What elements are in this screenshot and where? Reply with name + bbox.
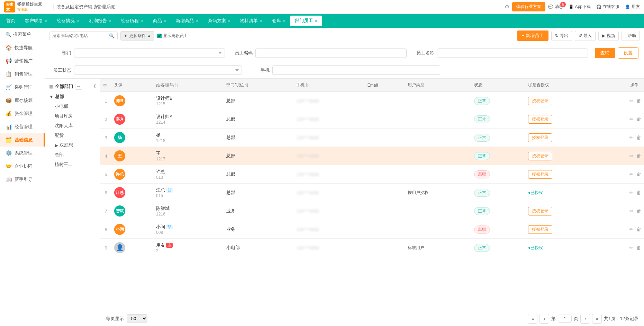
dept-tree-item-root[interactable]: ▼ 总部: [45, 92, 100, 102]
edit-button[interactable]: ✏: [629, 116, 634, 122]
tab-home[interactable]: 首页: [1, 16, 20, 26]
tab-customer[interactable]: 客户联络×: [20, 16, 52, 26]
delete-button[interactable]: 🗑: [636, 227, 641, 232]
import-button[interactable]: ↺ 导入: [575, 31, 596, 41]
th-name[interactable]: 姓名/编码 ⇅: [153, 79, 224, 92]
th-settings[interactable]: ⚙: [100, 79, 111, 92]
app-download-action[interactable]: 📱 App下载: [569, 4, 591, 10]
auth-login-button[interactable]: 授权登录: [528, 115, 552, 124]
delete-button[interactable]: 🗑: [636, 171, 641, 177]
dept-tree-item-xiaodibu[interactable]: ▼ 总部 小电部: [45, 102, 100, 111]
sidebar-item-basics[interactable]: 🗂️ 基础信息: [0, 133, 45, 147]
close-icon[interactable]: ×: [45, 19, 47, 23]
first-page-button[interactable]: «: [528, 314, 537, 324]
edit-button[interactable]: ✏: [629, 245, 634, 250]
tab-history[interactable]: 经营历程×: [116, 16, 148, 26]
dept-tree-item-shenyang[interactable]: 沈阳大库: [45, 121, 100, 131]
dept-tree-item-project[interactable]: 项目库房: [45, 111, 100, 121]
edit-button[interactable]: ✏: [629, 227, 634, 232]
sidebar-item-sales[interactable]: 📋 销售管理: [0, 68, 45, 81]
tab-department-staff[interactable]: 部门员工×: [290, 16, 322, 26]
delete-button[interactable]: 🗑: [636, 116, 641, 122]
delete-button[interactable]: 🗑: [636, 245, 641, 250]
close-icon[interactable]: ×: [141, 19, 143, 23]
close-icon[interactable]: ×: [283, 19, 285, 23]
dept-tree-item-zongbu[interactable]: 总部: [45, 150, 100, 160]
user-action[interactable]: 👤 用友: [625, 4, 640, 10]
all-dept-label[interactable]: 全部部门: [55, 83, 73, 90]
help-button[interactable]: | 帮助: [622, 31, 640, 41]
emp-code-input[interactable]: [255, 49, 406, 58]
view-button[interactable]: ▶ 视频: [598, 31, 619, 41]
show-resigned-checkbox[interactable]: [157, 34, 162, 38]
tab-bom[interactable]: 物料清单×: [235, 16, 267, 26]
delete-button[interactable]: 🗑: [636, 153, 641, 159]
show-resigned-label[interactable]: 显示离职员工: [157, 33, 188, 39]
tab-add-goods[interactable]: 新增商品×: [171, 16, 203, 26]
tab-profit[interactable]: 利润报告×: [84, 16, 116, 26]
sidebar-item-marketing[interactable]: 📢 营销推广: [0, 54, 45, 68]
page-size-select[interactable]: 10 20 50 100: [127, 314, 147, 323]
export-button[interactable]: ↻ 导出: [551, 31, 572, 41]
trial-button[interactable]: 体验行业方案: [512, 2, 545, 11]
dept-edit-button[interactable]: ✏: [75, 84, 82, 90]
close-icon[interactable]: ×: [164, 19, 166, 23]
auth-login-button[interactable]: 授权登录: [528, 97, 552, 105]
dept-tree-item-zhishu[interactable]: 植树王二: [45, 160, 100, 169]
query-button[interactable]: 查询: [595, 48, 615, 58]
dept-filter-select[interactable]: [74, 49, 225, 58]
delete-button[interactable]: 🗑: [636, 135, 641, 140]
edit-button[interactable]: ✏: [629, 135, 634, 140]
edit-button[interactable]: ✏: [629, 171, 634, 177]
edit-button[interactable]: ✏: [629, 208, 634, 214]
settings-icon[interactable]: ⚙: [505, 3, 509, 10]
close-icon[interactable]: ×: [109, 19, 111, 23]
close-icon[interactable]: ×: [228, 19, 230, 23]
delete-button[interactable]: 🗑: [636, 190, 641, 195]
sidebar-item-inventory[interactable]: 📦 库存核算: [0, 94, 45, 107]
collapse-icon[interactable]: 《: [91, 83, 96, 90]
delete-button[interactable]: 🗑: [636, 98, 641, 104]
auth-login-button[interactable]: 授权登录: [528, 225, 552, 234]
auth-login-button[interactable]: 授权登录: [528, 133, 552, 142]
close-icon[interactable]: ×: [77, 19, 79, 23]
sidebar-item-guide[interactable]: 📖 新手引导: [0, 173, 45, 186]
add-employee-button[interactable]: + 新增员工: [517, 30, 548, 41]
auth-login-button[interactable]: 授权登录: [528, 207, 552, 215]
edit-button[interactable]: ✏: [629, 153, 634, 159]
edit-button[interactable]: ✏: [629, 98, 634, 104]
more-conditions-button[interactable]: ▼ 更多条件 ▲: [120, 31, 154, 41]
close-icon[interactable]: ×: [196, 19, 198, 23]
delete-button[interactable]: 🗑: [636, 208, 641, 214]
settings-button[interactable]: 设置: [618, 47, 638, 59]
auth-login-button[interactable]: 授权登录: [528, 170, 552, 179]
emp-status-select[interactable]: [74, 65, 242, 75]
dept-tree-item-distribution[interactable]: 配货: [45, 131, 100, 140]
tab-barcode[interactable]: 条码方案×: [203, 16, 235, 26]
phone-input[interactable]: [272, 65, 440, 75]
page-number-input[interactable]: [558, 315, 572, 323]
message-action[interactable]: 💬 消息 5: [548, 4, 563, 10]
sidebar-item-purchase[interactable]: 🛒 采购管理: [0, 81, 45, 94]
th-phone[interactable]: 手机 ⇅: [293, 79, 364, 92]
close-icon[interactable]: ×: [260, 19, 262, 23]
sidebar-item-shortcuts[interactable]: 🏠 快捷导航: [0, 41, 45, 54]
edit-button[interactable]: ✏: [629, 190, 634, 195]
sidebar-item-finance[interactable]: 💰 资金管理: [0, 107, 45, 120]
last-page-button[interactable]: »: [592, 314, 602, 324]
sidebar-item-system[interactable]: ⚙️ 系统管理: [0, 147, 45, 160]
close-icon[interactable]: ×: [315, 19, 317, 23]
th-dept[interactable]: 部门/职位 ⇅: [224, 79, 294, 92]
search-input[interactable]: [52, 33, 108, 38]
tab-goods[interactable]: 商品×: [148, 16, 171, 26]
prev-page-button[interactable]: ‹: [539, 314, 549, 324]
online-service-action[interactable]: 🎧 在线客服: [596, 4, 619, 10]
next-page-button[interactable]: ›: [580, 314, 590, 324]
emp-name-input[interactable]: [437, 49, 588, 58]
tab-operation[interactable]: 经营情况×: [52, 16, 84, 26]
sidebar-item-operations[interactable]: 📊 经营管理: [0, 120, 45, 133]
search-menu[interactable]: 🔍 搜索菜单: [0, 28, 45, 41]
dept-tree-item-shuangting[interactable]: ▶ 双庭想: [45, 140, 100, 150]
sidebar-item-collab[interactable]: 🤝 企业协同: [0, 160, 45, 173]
tab-warehouse[interactable]: 仓库×: [267, 16, 290, 26]
